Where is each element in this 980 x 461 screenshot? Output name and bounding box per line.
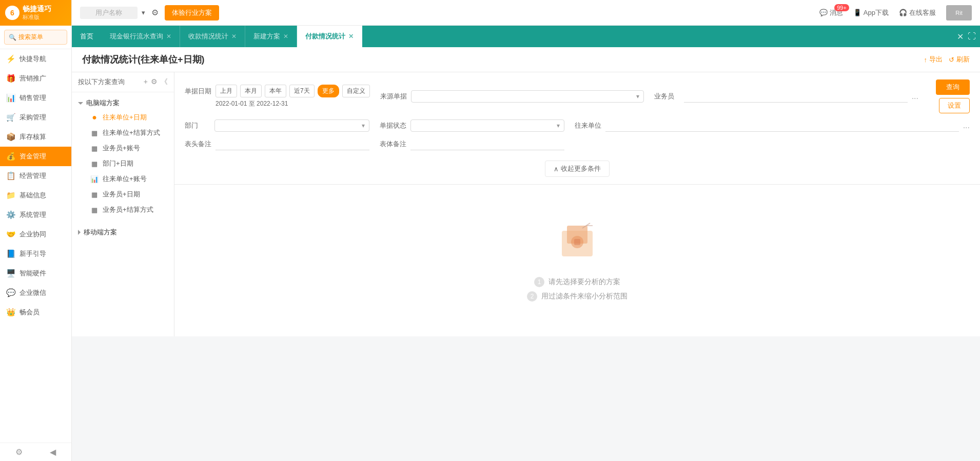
sidebar-item-hardware[interactable]: 🖥️ 智能硬件 (0, 264, 71, 283)
sidebar-item-purchase[interactable]: 🛒 采购管理 (0, 108, 71, 127)
sidebar-item-operation[interactable]: 📋 经营管理 (0, 166, 71, 186)
scheme-item-1[interactable]: ▦ 往来单位+结算方式 (78, 125, 168, 141)
counterpart-picker-icon[interactable]: ... (963, 121, 970, 130)
app-download-button[interactable]: 📱 App下载 (853, 8, 889, 17)
source-select[interactable]: ▾ (411, 90, 644, 103)
date-btn-last-month[interactable]: 上月 (215, 85, 237, 97)
avatar[interactable]: Rit (946, 5, 972, 21)
sidebar-collapse-button[interactable]: ◀ (50, 447, 56, 457)
tabbar-expand-button[interactable]: ⛶ (968, 32, 976, 41)
tab-bank-flow[interactable]: 现金银行流水查询 ✕ (102, 26, 180, 47)
tab-new-scheme[interactable]: 新建方案 ✕ (245, 26, 297, 47)
guide-icon: 📘 (6, 249, 15, 258)
search-menu-button[interactable]: 🔍 搜索菜单 (4, 30, 67, 45)
phone-icon: 📱 (853, 9, 861, 16)
scheme-category-mobile: 移动端方案 (72, 222, 174, 243)
scheme-item-2-icon: ▦ (90, 144, 99, 152)
member-icon: 👑 (6, 308, 15, 317)
page-action-buttons: ↑ 导出 ↺ 刷新 (924, 55, 970, 64)
scheme-collapse-icon[interactable]: 《 (161, 77, 168, 87)
sidebar-item-corp[interactable]: 🤝 企业协同 (0, 225, 71, 244)
dept-label: 部门 (185, 121, 210, 130)
scheme-item-3-icon: ▦ (90, 159, 99, 168)
source-label: 来源单据 (380, 92, 407, 101)
online-service-button[interactable]: 🎧 在线客服 (899, 8, 936, 17)
scheme-item-3[interactable]: ▦ 部门+日期 (78, 156, 168, 171)
scheme-category-mobile-header[interactable]: 移动端方案 (78, 226, 168, 239)
sidebar: 6 畅捷通巧 标准版 🔍 搜索菜单 ⚡ 快捷导航 🎁 营销推广 📊 销售管理 🛒… (0, 0, 72, 461)
dept-select[interactable]: ▾ (214, 119, 369, 132)
sidebar-item-wechat[interactable]: 💬 企业微信 (0, 283, 71, 303)
scheme-item-2[interactable]: ▦ 业务员+账号 (78, 141, 168, 156)
trial-button[interactable]: 体验行业方案 (165, 5, 219, 21)
main-area: 用户名称 ▾ ⚙ 体验行业方案 💬 消息 99+ 📱 App下载 🎧 在线客服 … (72, 0, 980, 461)
svg-rect-3 (574, 239, 580, 245)
sidebar-item-finance[interactable]: 💰 资金管理 (0, 147, 71, 166)
salesman-label: 业务员 (654, 92, 680, 101)
tab-bank-flow-close[interactable]: ✕ (166, 33, 171, 40)
salesman-picker-icon[interactable]: ... (912, 92, 918, 101)
date-btn-this-year[interactable]: 本年 (265, 85, 286, 97)
scheme-item-0[interactable]: ● 往来单位+日期 (78, 110, 168, 125)
scheme-item-6[interactable]: ▦ 业务员+结算方式 (78, 202, 168, 217)
tab-pay-stat-close[interactable]: ✕ (348, 33, 354, 40)
user-dropdown-icon[interactable]: ▾ (142, 9, 145, 16)
settings-button[interactable]: 设置 (939, 98, 970, 113)
topbar-settings-icon[interactable]: ⚙ (151, 8, 159, 17)
hardware-icon: 🖥️ (6, 269, 15, 278)
tab-pay-stat[interactable]: 付款情况统计 ✕ (297, 26, 362, 47)
scheme-sidebar-title: 按以下方案查询 (78, 77, 125, 87)
query-button[interactable]: 查询 (936, 79, 970, 95)
sidebar-item-member[interactable]: 👑 畅会员 (0, 303, 71, 322)
system-icon: ⚙️ (6, 210, 15, 219)
messages-button[interactable]: 💬 消息 99+ (819, 8, 843, 17)
date-options: 上月 本月 本年 近7天 更多 自定义 (215, 85, 370, 97)
voucher-status-dropdown-icon: ▾ (557, 122, 560, 129)
table-header-note-label: 表头备注 (185, 139, 211, 149)
source-dropdown-icon: ▾ (636, 93, 639, 100)
collapse-section: ∧ 收起更多条件 (185, 156, 970, 177)
scheme-add-icon[interactable]: + (144, 77, 148, 87)
scheme-item-4[interactable]: 📊 往来单位+账号 (78, 171, 168, 187)
page-title: 付款情况统计(往来单位+日期) (82, 53, 205, 66)
collapse-conditions-button[interactable]: ∧ 收起更多条件 (545, 161, 610, 177)
page-header: 付款情况统计(往来单位+日期) ↑ 导出 ↺ 刷新 (72, 47, 980, 72)
sidebar-item-marketing[interactable]: 🎁 营销推广 (0, 69, 71, 88)
date-btn-custom[interactable]: 自定义 (342, 85, 370, 97)
voucher-status-select[interactable]: ▾ (410, 119, 564, 132)
date-btn-7days[interactable]: 近7天 (289, 85, 315, 97)
tab-receive-stat[interactable]: 收款情况统计 ✕ (180, 26, 245, 47)
scheme-item-1-icon: ▦ (90, 129, 99, 137)
scheme-item-active-icon: ● (90, 113, 99, 122)
tab-new-scheme-close[interactable]: ✕ (283, 33, 288, 40)
filter-form: 单据日期 上月 本月 本年 近7天 更多 自定义 (174, 72, 980, 185)
sidebar-item-system[interactable]: ⚙️ 系统管理 (0, 205, 71, 225)
scheme-settings-icon[interactable]: ⚙ (151, 77, 158, 87)
salesman-input[interactable] (684, 90, 907, 101)
date-btn-this-month[interactable]: 本月 (240, 85, 262, 97)
sidebar-item-inventory[interactable]: 📦 库存核算 (0, 127, 71, 147)
voucher-status-label: 单据状态 (380, 121, 406, 130)
sidebar-item-guide[interactable]: 📘 新手引导 (0, 244, 71, 264)
tab-home[interactable]: 首页 (72, 26, 102, 47)
table-body-note-input[interactable] (410, 138, 564, 150)
search-icon: 🔍 (9, 34, 16, 41)
dept-dropdown-icon: ▾ (362, 122, 365, 129)
sidebar-item-sales[interactable]: 📊 销售管理 (0, 88, 71, 108)
table-header-note-input[interactable] (215, 138, 369, 150)
sidebar-settings-button[interactable]: ⚙ (15, 447, 23, 457)
collapse-chevron-icon: ∧ (554, 165, 559, 173)
scheme-category-pc-header[interactable]: 电脑端方案 (78, 96, 168, 110)
scheme-item-5[interactable]: ▦ 业务员+日期 (78, 187, 168, 202)
tabbar-close-all-button[interactable]: ✕ (957, 32, 964, 42)
date-btn-more[interactable]: 更多 (318, 85, 339, 97)
filter-counterpart-item: 往来单位 ... (575, 119, 970, 132)
sidebar-item-quick-nav[interactable]: ⚡ 快捷导航 (0, 49, 71, 69)
export-button[interactable]: ↑ 导出 (924, 55, 943, 64)
scheme-item-4-icon: 📊 (90, 175, 99, 183)
counterpart-input[interactable] (605, 119, 959, 130)
refresh-button[interactable]: ↺ 刷新 (949, 55, 970, 64)
sidebar-item-basic[interactable]: 📁 基础信息 (0, 186, 71, 205)
scheme-sidebar-action-icons: + ⚙ 《 (144, 77, 168, 87)
tab-receive-stat-close[interactable]: ✕ (231, 33, 237, 40)
